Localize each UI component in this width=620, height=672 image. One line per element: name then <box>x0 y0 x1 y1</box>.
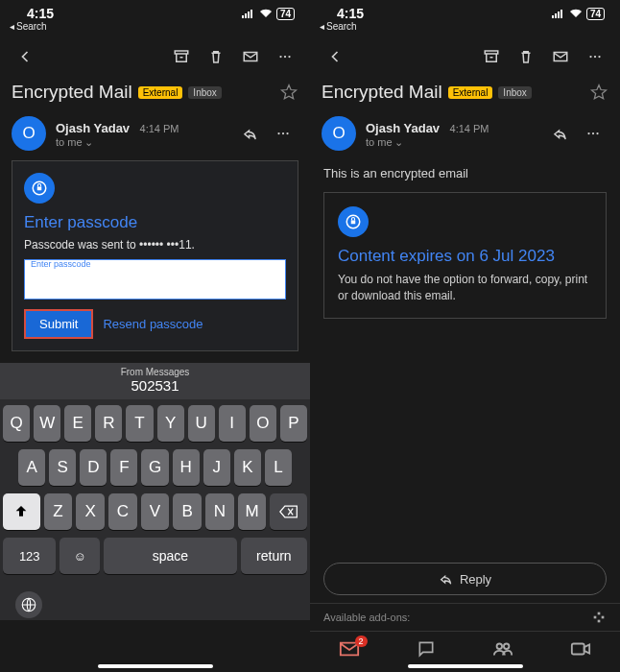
back-button[interactable] <box>10 41 40 72</box>
reply-icon-button[interactable] <box>235 118 266 149</box>
submit-button[interactable]: Submit <box>24 309 93 339</box>
key-t[interactable]: T <box>126 405 153 442</box>
key-u[interactable]: U <box>188 405 215 442</box>
key-x[interactable]: X <box>76 493 105 530</box>
svg-rect-29 <box>594 616 597 619</box>
keyboard-suggestion[interactable]: From Messages 502531 <box>0 363 310 399</box>
status-indicators: 74 <box>242 8 295 20</box>
key-n[interactable]: N <box>205 493 234 530</box>
key-j[interactable]: J <box>203 449 230 486</box>
key-p[interactable]: P <box>280 405 307 442</box>
delete-button[interactable] <box>201 41 231 72</box>
sender-name: Ojash Yadav <box>56 121 130 135</box>
svg-rect-31 <box>602 616 605 619</box>
nav-meet[interactable] <box>570 641 591 657</box>
mark-unread-button[interactable] <box>235 41 266 72</box>
shift-key[interactable] <box>3 493 40 530</box>
key-l[interactable]: L <box>265 449 292 486</box>
reply-icon-button[interactable] <box>545 118 576 149</box>
passcode-title: Enter passcode <box>24 213 286 232</box>
numbers-key[interactable]: 123 <box>3 538 56 574</box>
nav-spaces[interactable] <box>492 640 513 658</box>
nav-chat[interactable] <box>417 639 436 659</box>
chevron-left-icon: ◂ <box>320 21 324 32</box>
sender-info[interactable]: Ojash Yadav 4:14 PM to me ⌄ <box>56 119 226 149</box>
external-chip: External <box>138 86 183 99</box>
sender-avatar[interactable]: O <box>322 116 356 151</box>
return-key[interactable]: return <box>241 538 307 574</box>
suggestion-code: 502531 <box>0 377 310 394</box>
svg-rect-15 <box>552 15 554 18</box>
globe-key[interactable] <box>15 591 42 618</box>
sender-time: 4:14 PM <box>140 123 179 134</box>
svg-point-9 <box>277 132 279 134</box>
wifi-icon <box>569 9 583 18</box>
key-r[interactable]: R <box>95 405 122 442</box>
key-z[interactable]: Z <box>44 493 73 530</box>
more-button[interactable] <box>270 41 300 72</box>
key-q[interactable]: Q <box>3 405 30 442</box>
key-y[interactable]: Y <box>157 405 184 442</box>
home-indicator[interactable] <box>408 664 523 668</box>
archive-button[interactable] <box>476 41 507 72</box>
nav-mail[interactable]: 2 <box>339 640 360 658</box>
confidential-lock-icon <box>338 206 369 237</box>
message-more-button[interactable] <box>578 118 608 149</box>
status-bar: 4:15 74 <box>310 0 620 21</box>
mark-unread-button[interactable] <box>545 41 576 72</box>
space-key[interactable]: space <box>104 538 237 574</box>
svg-point-26 <box>596 132 598 134</box>
key-v[interactable]: V <box>141 493 170 530</box>
key-w[interactable]: W <box>34 405 60 442</box>
key-f[interactable]: F <box>110 449 137 486</box>
sender-avatar[interactable]: O <box>12 116 46 151</box>
home-indicator[interactable] <box>98 664 213 668</box>
key-s[interactable]: S <box>49 449 76 486</box>
key-c[interactable]: C <box>108 493 137 530</box>
reply-button[interactable]: Reply <box>323 563 607 595</box>
svg-point-21 <box>589 56 591 58</box>
svg-point-24 <box>587 132 589 134</box>
more-button[interactable] <box>580 41 610 72</box>
key-e[interactable]: E <box>64 405 91 442</box>
key-h[interactable]: H <box>173 449 200 486</box>
key-o[interactable]: O <box>250 405 276 442</box>
resend-link[interactable]: Resend passcode <box>103 317 203 331</box>
backspace-key[interactable] <box>270 493 307 530</box>
svg-rect-16 <box>555 13 557 18</box>
back-button[interactable] <box>320 41 350 72</box>
key-i[interactable]: I <box>219 405 246 442</box>
external-chip: External <box>448 86 493 99</box>
key-d[interactable]: D <box>80 449 107 486</box>
star-button[interactable] <box>589 83 608 102</box>
right-screenshot: 4:15 74 ◂ Search <box>310 0 620 672</box>
key-k[interactable]: K <box>234 449 261 486</box>
svg-rect-4 <box>175 51 188 54</box>
key-b[interactable]: B <box>173 493 202 530</box>
delete-button[interactable] <box>511 41 541 72</box>
svg-rect-35 <box>572 644 584 655</box>
key-g[interactable]: G <box>141 449 168 486</box>
key-m[interactable]: M <box>238 493 267 530</box>
star-button[interactable] <box>279 83 298 102</box>
svg-rect-2 <box>248 12 250 18</box>
sender-info[interactable]: Ojash Yadav 4:14 PM to me ⌄ <box>366 119 536 149</box>
sender-to: to me <box>56 136 83 148</box>
passcode-input[interactable] <box>33 274 277 288</box>
slack-icon[interactable] <box>591 610 607 625</box>
subject-row: Encrypted Mail External Inbox <box>310 78 620 110</box>
back-link[interactable]: ◂ Search <box>0 21 310 36</box>
key-a[interactable]: A <box>18 449 45 486</box>
emoji-key[interactable]: ☺ <box>60 538 100 574</box>
status-bar: 4:15 74 <box>0 0 310 21</box>
battery-icon: 74 <box>276 8 295 20</box>
svg-rect-30 <box>598 612 601 615</box>
suggestion-source: From Messages <box>0 367 310 377</box>
sender-to: to me <box>366 136 393 148</box>
passcode-input-wrap[interactable]: Enter passcode <box>24 259 286 300</box>
expiry-subtitle: You do not have the option to forward, c… <box>338 272 592 304</box>
message-more-button[interactable] <box>268 118 298 149</box>
archive-button[interactable] <box>166 41 197 72</box>
chevron-down-icon: ⌄ <box>394 136 403 149</box>
back-link[interactable]: ◂ Search <box>310 21 620 36</box>
